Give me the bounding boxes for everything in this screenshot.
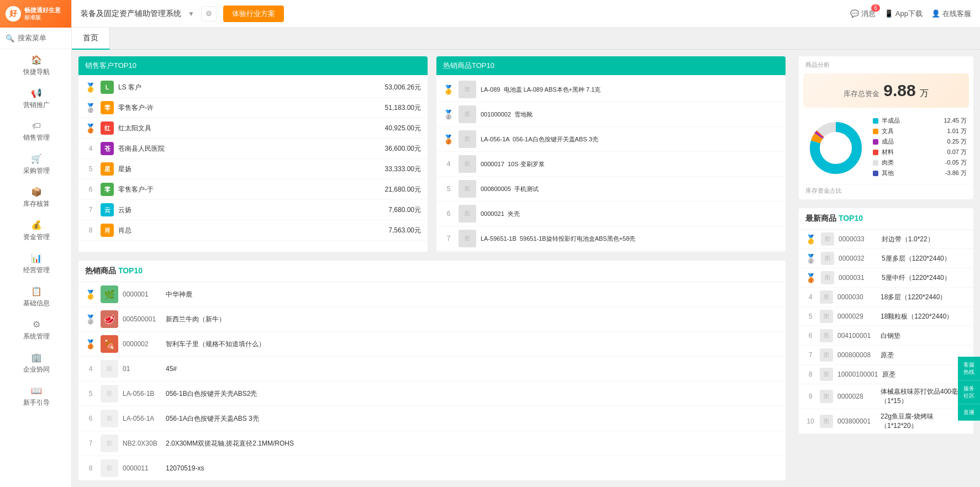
product-thumb: 🍖 (101, 335, 118, 353)
left-area: 销售客户TOP10 🥇 L LS 客户 53,006.26元 🥈 零 零售客户 (72, 50, 792, 487)
trial-button[interactable]: 体验行业方案 (223, 6, 284, 22)
sidebar-logo: 好 畅捷通好生意 标准版 (0, 0, 71, 28)
product-thumb: 图 (459, 230, 476, 247)
message-button[interactable]: 💬 消息 6 (850, 9, 876, 19)
sales-top10-title: 销售客户TOP10 (85, 61, 136, 70)
inventory-total-unit: 万 (920, 88, 929, 98)
product-thumb: 图 (101, 410, 118, 427)
inventory-header-label: 商品分析 (805, 61, 830, 69)
sidebar-item-shortcut[interactable]: 🏠 快捷导航 (0, 49, 71, 82)
sidebar-logo-text: 畅捷通好生意 (24, 6, 61, 14)
tab-home[interactable]: 首页 (72, 28, 110, 50)
new-products-title: 最新商品 (805, 214, 836, 223)
rank-badge: 零 (101, 183, 114, 196)
sidebar-search[interactable]: 🔍 搜索菜单 (0, 28, 71, 49)
rank-item: 🥉 红 红太阳文具 40,925.00元 (78, 118, 428, 139)
nav-label: 快捷导航 (23, 67, 50, 77)
float-btn-community[interactable]: 服务社区 (958, 380, 980, 404)
app-download-button[interactable]: 📱 App下载 (884, 9, 923, 19)
download-icon: 📱 (884, 9, 893, 18)
rank-badge: L (101, 81, 114, 94)
system-title: 装备及固定资产辅助管理系统 (81, 9, 181, 19)
nav-label: 企业协同 (23, 365, 50, 374)
img-placeholder: 🥩 (104, 314, 115, 325)
nav-label: 经营管理 (23, 266, 50, 275)
sales-icon: 🏷 (32, 121, 41, 131)
sidebar-item-operation[interactable]: 📊 经营管理 (0, 247, 71, 280)
bronze-medal-icon: 🥉 (85, 339, 96, 350)
inventory-total-box: 库存总资金 9.88 万 (803, 73, 969, 108)
sidebar-item-finance[interactable]: 💰 资金管理 (0, 214, 71, 247)
product-thumb: 图 (101, 385, 118, 403)
np-thumb: 图 (821, 271, 834, 284)
online-service-button[interactable]: 👤 在线客服 (931, 9, 971, 19)
rank-badge: 苍 (101, 142, 114, 155)
sidebar-item-guide[interactable]: 📖 新手引导 (0, 380, 71, 413)
gold-medal-icon: 🥇 (85, 82, 96, 93)
sidebar-item-corp[interactable]: 🏢 企业协同 (0, 347, 71, 380)
new-product-item: 🥈 图 0000032 5厘多层（1220*2440） (799, 249, 973, 268)
nav-label: 系统管理 (23, 332, 50, 341)
rank-item: 🥈 零 零售客户-许 51,183.00元 (78, 98, 428, 118)
legend-dot (873, 171, 878, 176)
operation-icon: 📊 (31, 253, 42, 263)
new-product-item: 6 图 004100001 白钢垫 (799, 326, 973, 346)
new-product-item: 5 图 0000029 18颗粒板（1220*2440） (799, 307, 973, 326)
corp-icon: 🏢 (31, 352, 42, 363)
rank-item: 8 肖 肖总 7,563.00元 (78, 220, 428, 241)
product-item: 🥈 🥩 000500001 新西兰牛肉（新牛） (78, 307, 786, 332)
np-thumb: 图 (820, 290, 833, 304)
product-item: 🥇 🌿 0000001 中华神鹿 (78, 282, 786, 307)
float-btn-live[interactable]: 直播 (958, 404, 980, 421)
product-thumb: 图 (459, 105, 476, 123)
product-thumb: 图 (101, 360, 118, 378)
product-thumb: 图 (459, 205, 476, 223)
hot-products-list: 🥇 🌿 0000001 中华神鹿 🥈 🥩 000500001 新西兰 (78, 282, 786, 480)
legend-item-semifinished: 半成品 12.45 万 (873, 117, 967, 125)
sidebar-item-inventory[interactable]: 📦 库存核算 (0, 181, 71, 214)
np-thumb: 图 (820, 348, 833, 362)
hot-products-panel: 热销商品 TOP10 🥇 🌿 0000001 中华神鹿 🥈 � (78, 261, 786, 480)
img-placeholder: 🌿 (104, 289, 115, 300)
product-thumb: 图 (459, 130, 476, 148)
rank-item: 4 图 0000017 10S 变刷罗浆 (436, 152, 786, 177)
nav-label: 营销推广 (23, 100, 50, 110)
header-right: 💬 消息 6 📱 App下载 👤 在线客服 (850, 9, 971, 19)
sidebar-item-sales[interactable]: 🏷 销售管理 (0, 115, 71, 148)
home-icon: 🏠 (31, 55, 42, 65)
logo-icon: 好 (6, 6, 21, 22)
sidebar-item-basic[interactable]: 📋 基础信息 (0, 280, 71, 314)
rank-item: 🥇 图 LA-089 电池盖 LA-089 ABS本色+黑种 7.1克 (436, 77, 786, 102)
rank-badge: 红 (101, 121, 114, 135)
product-item: 6 图 LA-056-1A 056-1A白色按键开关盖ABS 3壳 (78, 406, 786, 431)
legend-dot (873, 160, 878, 166)
hot-products-title: 热销商品 (85, 266, 118, 275)
sold-commodity-header: 热销商品TOP10 (436, 56, 786, 75)
rank-item: 7 图 LA-59651-1B 59651-1B旋转投影灯电池盒ABS黑色+58… (436, 226, 786, 251)
sales-top10-header: 销售客户TOP10 (78, 56, 428, 75)
app-download-label: App下载 (895, 9, 923, 19)
hot-products-top10: TOP10 (118, 266, 143, 275)
guide-icon: 📖 (31, 385, 42, 396)
settings-button[interactable]: ⚙ (201, 6, 217, 22)
float-btn-service[interactable]: 客服热线 (958, 357, 980, 380)
system-icon: ⚙ (33, 319, 40, 330)
new-products-list: 🥇 图 0000033 封边带（1.0*22） 🥈 图 0000032 5厘多层… (799, 230, 973, 434)
legend-dot (873, 150, 878, 155)
product-thumb: 图 (101, 435, 118, 452)
app-header: 装备及固定资产辅助管理系统 ▼ ⚙ 体验行业方案 💬 消息 6 📱 App下载 … (72, 0, 980, 28)
sidebar-item-marketing[interactable]: 📢 营销推广 (0, 82, 71, 115)
rank-item: 6 零 零售客户-于 21,680.00元 (78, 179, 428, 200)
sidebar-item-system[interactable]: ⚙ 系统管理 (0, 314, 71, 347)
sidebar-item-purchase[interactable]: 🛒 采购管理 (0, 148, 71, 181)
purchase-icon: 🛒 (31, 153, 42, 164)
legend-list: 半成品 12.45 万 文具 1.01 万 成品 0.25 万 (873, 117, 967, 179)
rank-badge: 云 (101, 203, 114, 216)
dropdown-arrow-icon[interactable]: ▼ (188, 10, 194, 18)
content-area: 销售客户TOP10 🥇 L LS 客户 53,006.26元 🥈 零 零售客户 (72, 50, 980, 487)
tab-bar: 首页 (72, 28, 980, 50)
nav-label: 采购管理 (23, 166, 50, 176)
bronze-medal-icon: 🥉 (805, 273, 816, 283)
rank-item: 5 星 星扬 33,333.00元 (78, 159, 428, 179)
inventory-foot: 库存资金占比 (799, 184, 973, 199)
